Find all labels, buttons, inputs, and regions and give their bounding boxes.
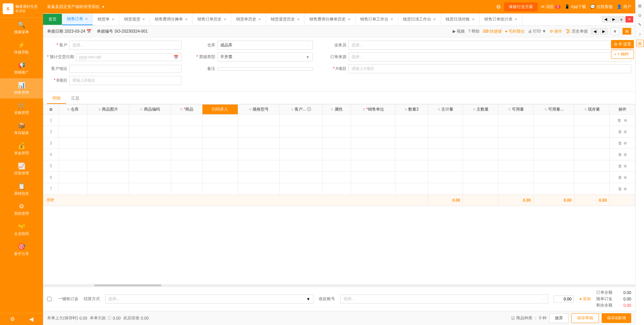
row-scan[interactable] [202, 115, 238, 126]
message-button[interactable]: ✉ 消息 9 [541, 4, 561, 10]
settings-gear-icon[interactable]: ⚙ [10, 316, 15, 322]
tab-sales-expense-history[interactable]: 销售费用分摊单历史 ✕ [305, 14, 355, 25]
row-available2[interactable] [534, 115, 574, 126]
help-button[interactable]: ? 帮助 [468, 29, 480, 34]
add-material-button[interactable]: + + 物料 [611, 50, 634, 59]
discard-button[interactable]: 放弃 [549, 313, 569, 323]
tab-home[interactable]: 首页 [43, 14, 62, 25]
tab-cash-reconcile[interactable]: 钱货日清对账 ✕ [441, 14, 480, 25]
delete-icon[interactable]: 🗑 [618, 129, 622, 134]
warehouse-input[interactable]: 成品库 ··· [217, 41, 313, 50]
row-main-qty[interactable] [463, 115, 498, 126]
toolbar-next[interactable]: ▶ [600, 28, 607, 35]
sidebar-item-sales[interactable]: 📊 销售管理 [0, 78, 43, 98]
col-scan[interactable]: 扫码录入 [202, 105, 238, 115]
tab-scroll-right[interactable]: ▶ [610, 16, 617, 23]
copy-icon[interactable]: ⊕ [623, 175, 627, 180]
tab-sales-expense[interactable]: 销售费用分摊单 ✕ [150, 14, 193, 25]
copy-icon[interactable]: ⊕ [623, 152, 627, 157]
project-b-input[interactable]: 请输入B项目 [69, 76, 182, 85]
row-spec[interactable] [238, 115, 279, 126]
tab-close-icon[interactable]: ✕ [348, 17, 350, 21]
sidebar-item-enterprise[interactable]: 🤝 企业协同 [0, 219, 43, 240]
copy-icon[interactable]: ⊕ [623, 141, 627, 146]
tab-close-icon[interactable]: ✕ [515, 17, 517, 21]
tab-close-icon[interactable]: ✕ [185, 17, 188, 21]
tab-close-icon[interactable]: ✕ [112, 17, 114, 21]
customer-input[interactable]: 选择... ··· [69, 41, 182, 50]
panel-icon-2[interactable]: ⊙ [636, 11, 644, 19]
row-warehouse[interactable] [59, 115, 87, 126]
panel-icon-4[interactable]: ☆ [636, 30, 644, 38]
scroll-thumb[interactable] [94, 284, 161, 286]
tab-sales-return[interactable]: 销货退货 ✕ [119, 14, 150, 25]
row-product[interactable] [171, 115, 202, 126]
header-gear-icon[interactable]: ⚙ [496, 4, 501, 10]
amount-input[interactable] [554, 295, 574, 303]
delete-icon[interactable]: 🗑 [618, 187, 622, 191]
sidebar-item-guide[interactable]: 🎯 新手引导 [0, 240, 43, 260]
delete-icon[interactable]: 🗑 [618, 164, 622, 168]
order-source-input[interactable]: 选择... ▼ [348, 52, 631, 62]
row-qty2[interactable] [395, 115, 428, 126]
sidebar-item-operations[interactable]: 📈 经营管理 [0, 159, 43, 179]
sidebar-item-inventory[interactable]: 📦 库存核算 [0, 119, 43, 139]
tab-summary[interactable]: 汇总 [66, 93, 85, 104]
delete-icon[interactable]: 🗑 [618, 141, 622, 146]
row-main-unit[interactable] [428, 115, 463, 126]
tab-close-icon[interactable]: ✕ [85, 17, 88, 21]
tab-sales-invoice-history[interactable]: 销货单历史 ✕ [231, 14, 266, 25]
row-image[interactable] [87, 115, 129, 126]
shortcut-button[interactable]: ⌨ 快捷键 [483, 29, 502, 34]
payment-select[interactable]: 选择... ▼ [105, 294, 313, 303]
tab-sales-invoice[interactable]: 销货单 ✕ [93, 14, 119, 25]
salesperson-input[interactable]: 选择... ··· [348, 41, 631, 50]
tab-fullscreen[interactable]: ✕ [626, 16, 633, 23]
panel-icon-1[interactable]: ⊞ [636, 2, 644, 9]
tab-sales-order[interactable]: 销售订单 ✕ [62, 13, 93, 25]
col-settings[interactable]: ⚙ [43, 105, 59, 115]
tab-scroll-left[interactable]: ◀ [602, 16, 609, 23]
tab-sales-stats[interactable]: 销售订单统计表 ✕ [480, 14, 522, 25]
row-current[interactable] [574, 115, 610, 126]
row-customer-code[interactable] [280, 115, 323, 126]
tab-close-icon[interactable]: ✕ [258, 17, 261, 21]
sidebar-item-nav[interactable]: ⚡ 快捷导航 [0, 38, 43, 58]
invoice-select[interactable]: 不开票 ▼ [217, 52, 313, 62]
toolbar-list-view[interactable]: ≡ [611, 28, 619, 35]
save-draft-button[interactable]: 保存草稿 [571, 313, 599, 323]
tab-close-icon[interactable]: ✕ [297, 17, 300, 21]
tab-close-icon[interactable]: ✕ [433, 17, 436, 21]
toolbar-card-view[interactable]: ⊞ [622, 28, 631, 35]
address-input[interactable]: ··· [69, 65, 182, 73]
operation-button[interactable]: ⚙ 操作 [550, 29, 562, 34]
add-button[interactable]: ● 添加 [579, 296, 591, 302]
sidebar-item-basics[interactable]: 📋 基础信息 [0, 179, 43, 199]
tab-cash-workbench[interactable]: 钱货日清工作台 ✕ [398, 14, 441, 25]
online-service-button[interactable]: 💬 在线客服 [590, 4, 613, 10]
tab-detail[interactable]: 明细 [47, 93, 66, 104]
one-click-checkbox[interactable] [47, 297, 51, 301]
app-download-button[interactable]: 📱 App下载 [565, 4, 586, 10]
project-a-input[interactable]: 请输入A项目 [348, 64, 631, 73]
toolbar-prev[interactable]: ◀ [591, 28, 599, 35]
delivery-input[interactable]: yyyy-mm-dd 📅 [76, 53, 182, 61]
collapse-icon[interactable]: ◀ [29, 316, 33, 322]
tab-close-icon[interactable]: ✕ [390, 17, 393, 21]
calendar-icon[interactable]: 📅 [86, 29, 91, 34]
delete-icon[interactable]: 🗑 [618, 152, 622, 157]
copy-icon[interactable]: ⊕ [623, 187, 627, 191]
tab-more[interactable]: ≡ [618, 16, 625, 23]
row-code[interactable] [129, 115, 171, 126]
profit-button[interactable]: ● 毛利预估 [505, 29, 525, 34]
sidebar-item-finance[interactable]: 💰 资金管理 [0, 139, 43, 159]
delete-icon[interactable]: 🗑 [617, 118, 621, 123]
print-button[interactable]: 🖨 打印 ▼ [528, 29, 546, 34]
row-unit[interactable] [351, 115, 395, 126]
copy-icon[interactable]: ⊕ [623, 164, 627, 168]
view-button[interactable]: ▶ 视频 [453, 29, 465, 34]
settings-button[interactable]: ⚙ ⚙ 设置 [611, 40, 634, 48]
sidebar-item-marketing[interactable]: 📢 营销推广 [0, 58, 43, 78]
user-menu[interactable]: 👤 用户 [617, 4, 631, 10]
sidebar-item-search[interactable]: 🔍 搜索菜单 [0, 18, 43, 38]
